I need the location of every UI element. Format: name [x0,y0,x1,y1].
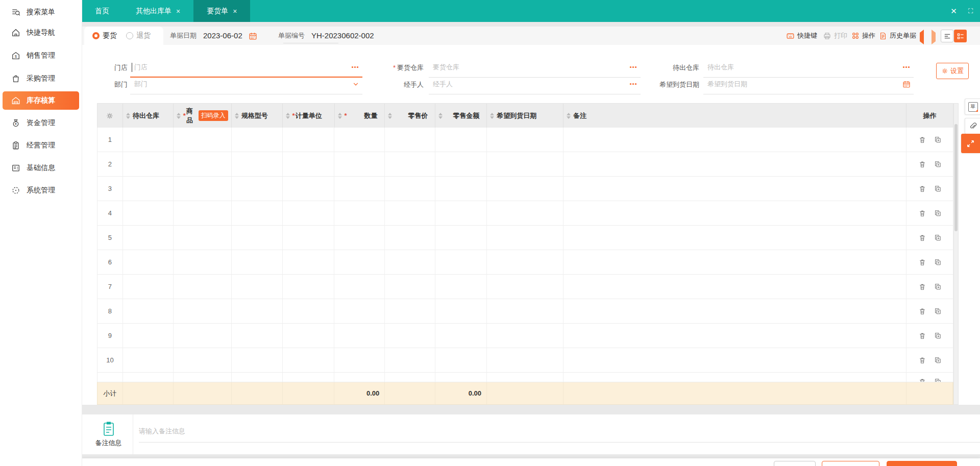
delete-row-icon[interactable] [918,378,926,382]
column-header-规格型号[interactable]: 规格型号 [232,104,283,128]
window-close-icon[interactable]: ✕ [950,7,957,16]
table-cell[interactable] [232,177,283,201]
table-row[interactable] [97,373,953,382]
row-actions-cell[interactable] [906,128,953,152]
table-cell[interactable] [487,299,564,323]
table-cell[interactable] [334,324,385,348]
table-cell[interactable] [232,275,283,299]
table-row[interactable]: 5 [97,226,953,250]
table-cell[interactable] [174,201,232,225]
sort-icon[interactable] [126,113,130,119]
table-cell[interactable] [174,128,232,152]
delete-row-icon[interactable] [918,136,926,144]
row-actions-cell[interactable] [906,177,953,201]
calendar-icon[interactable] [249,32,257,40]
radio-request-goods[interactable]: 要货 [92,31,117,40]
bottom-secondary-button[interactable] [774,461,816,466]
table-cell[interactable] [564,201,906,225]
table-cell[interactable] [123,373,174,382]
table-cell[interactable] [283,201,335,225]
table-cell[interactable] [435,250,487,274]
delete-row-icon[interactable] [918,209,926,217]
table-row[interactable]: 6 [97,250,953,275]
copy-row-icon[interactable] [934,258,942,266]
row-actions-cell[interactable] [906,348,953,372]
table-cell[interactable] [385,177,435,201]
row-actions-cell[interactable] [906,226,953,250]
history-orders-button[interactable]: 历史单据 [879,27,916,45]
table-cell[interactable] [123,324,174,348]
table-cell[interactable] [232,250,283,274]
row-actions-cell[interactable] [906,275,953,299]
table-cell[interactable] [334,201,385,225]
copy-row-icon[interactable] [934,160,942,168]
table-cell[interactable] [283,177,335,201]
copy-row-icon[interactable] [934,332,942,340]
attachment-button[interactable] [965,118,980,134]
table-cell[interactable] [385,128,435,152]
expand-button[interactable] [961,134,980,153]
table-cell[interactable] [487,348,564,372]
sort-icon[interactable] [388,113,392,119]
handler-input[interactable]: 经手人 ⋯ [429,75,641,94]
shortcut-keys-button[interactable]: 快捷键 [786,27,817,45]
column-header-待出仓库[interactable]: 待出仓库 [123,104,174,128]
table-cell[interactable] [564,373,906,382]
tab-home[interactable]: 首页 [82,0,122,22]
table-cell[interactable] [283,128,335,152]
sidebar-item-purchase[interactable]: 采购管理 [0,69,82,88]
table-row[interactable]: 10 [97,348,953,373]
out-warehouse-ellipsis-icon[interactable]: ⋯ [902,58,911,77]
table-cell[interactable] [174,152,232,176]
column-header-零售价[interactable]: 零售价 [385,104,435,128]
table-cell[interactable] [283,226,335,250]
table-cell[interactable] [487,226,564,250]
table-cell[interactable] [385,201,435,225]
table-cell[interactable] [334,373,385,382]
copy-row-icon[interactable] [934,185,942,193]
table-cell[interactable] [385,152,435,176]
remark-input[interactable]: 请输入备注信息 [139,422,980,443]
table-cell[interactable] [385,348,435,372]
table-cell[interactable] [232,299,283,323]
table-cell[interactable] [232,324,283,348]
table-cell[interactable] [487,324,564,348]
tab-close-icon[interactable]: × [233,7,237,15]
table-cell[interactable] [564,128,906,152]
prev-order-button[interactable] [920,33,924,42]
view-toggle-list-button[interactable] [941,30,953,42]
copy-row-icon[interactable] [934,378,942,382]
table-cell[interactable] [174,226,232,250]
radio-return-goods[interactable]: 退货 [126,31,151,40]
table-cell[interactable] [487,128,564,152]
table-cell[interactable] [334,348,385,372]
column-header-数量[interactable]: *数量 [335,104,385,128]
sort-icon[interactable] [438,113,443,119]
table-cell[interactable] [232,201,283,225]
bottom-primary-button[interactable] [887,461,957,466]
row-actions-cell[interactable] [906,250,953,274]
column-header-商品[interactable]: *商品扫码录入 [174,104,232,128]
table-cell[interactable] [564,226,906,250]
table-cell[interactable] [283,152,335,176]
table-cell[interactable] [334,275,385,299]
column-header-备注[interactable]: 备注 [564,104,906,128]
column-header-希望到货日期[interactable]: 希望到货日期 [487,104,564,128]
table-cell[interactable] [174,324,232,348]
table-cell[interactable] [564,152,906,176]
tab-request-order[interactable]: 要货单× [193,0,250,22]
table-cell[interactable] [232,152,283,176]
table-cell[interactable] [435,128,487,152]
sort-icon[interactable] [235,113,239,119]
table-row[interactable]: 7 [97,275,953,299]
table-row[interactable]: 4 [97,201,953,226]
table-cell[interactable] [174,299,232,323]
column-header-计量单位[interactable]: *计量单位 [283,104,335,128]
table-cell[interactable] [487,275,564,299]
copy-row-icon[interactable] [934,234,942,242]
tab-close-icon[interactable]: × [176,7,180,15]
table-cell[interactable] [334,128,385,152]
table-cell[interactable] [435,275,487,299]
sort-icon[interactable] [286,113,290,119]
expected-date-calendar-icon[interactable] [902,75,911,93]
